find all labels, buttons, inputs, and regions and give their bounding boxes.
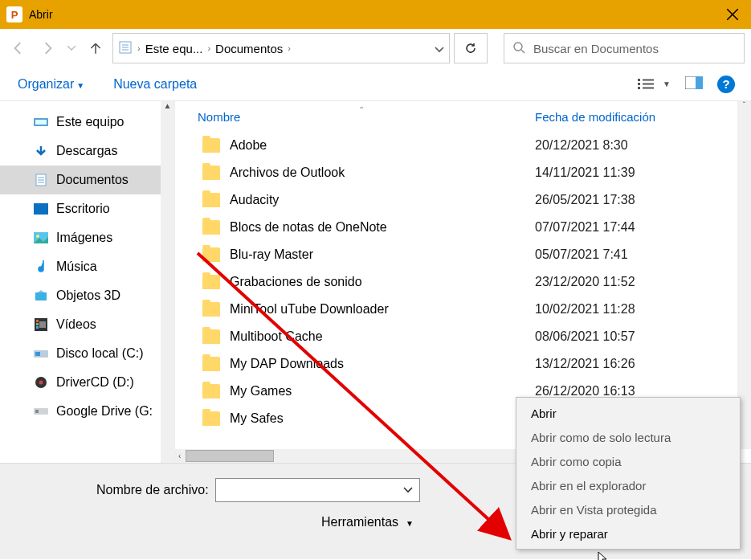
svg-rect-36: [35, 410, 39, 413]
tree-item-icon: [34, 174, 48, 186]
sort-asc-icon: ⌃: [358, 105, 365, 114]
file-row[interactable]: Blu-ray Master05/07/2021 7:41: [182, 241, 751, 268]
file-row[interactable]: Archivos de Outlook14/11/2021 11:39: [182, 159, 751, 186]
file-row[interactable]: Audacity26/05/2021 17:38: [182, 186, 751, 214]
svg-point-24: [36, 235, 39, 238]
open-dropdown-menu: AbrirAbrir como de solo lecturaAbrir com…: [516, 397, 741, 550]
svg-rect-10: [638, 87, 640, 89]
tree-item[interactable]: DriverCD (D:): [0, 368, 174, 397]
folder-icon: [202, 302, 220, 317]
folder-icon: [202, 329, 220, 344]
tree-item-icon: [34, 232, 48, 243]
tree-item-icon: [34, 203, 48, 215]
col-name[interactable]: ⌃ Nombre: [182, 110, 535, 124]
breadcrumb-seg[interactable]: Este equ...: [145, 42, 203, 55]
chevron-right-icon: ›: [136, 43, 142, 53]
folder-icon: [202, 384, 220, 399]
menu-item[interactable]: Abrir: [516, 401, 740, 425]
file-date: 07/07/2021 17:44: [535, 220, 635, 235]
menu-item[interactable]: Abrir en el explorador: [516, 473, 740, 497]
tree-item[interactable]: Este equipo: [0, 108, 174, 137]
tree-item[interactable]: Descargas: [0, 137, 174, 166]
recent-dropdown[interactable]: [64, 36, 79, 60]
tree-item-icon: [34, 260, 48, 274]
svg-rect-9: [638, 83, 640, 85]
tools-button[interactable]: Herramientas ▼: [321, 515, 414, 529]
svg-rect-32: [35, 352, 40, 356]
svg-rect-29: [36, 326, 39, 329]
folder-icon: [202, 220, 220, 235]
svg-rect-22: [34, 203, 48, 215]
svg-rect-25: [35, 292, 47, 300]
preview-pane-button[interactable]: [685, 76, 703, 92]
tree-item[interactable]: Disco local (C:): [0, 339, 174, 368]
svg-point-6: [514, 43, 522, 51]
column-headers: ⌃ Nombre Fecha de modificación: [182, 101, 751, 132]
svg-rect-27: [36, 320, 39, 322]
tree-item[interactable]: Vídeos: [0, 310, 174, 339]
file-name: Archivos de Outlook: [230, 166, 535, 180]
folder-icon: [202, 166, 220, 180]
tree-item[interactable]: Documentos: [0, 166, 174, 194]
back-button[interactable]: [6, 36, 31, 60]
refresh-button[interactable]: [454, 33, 488, 63]
tree-item[interactable]: Imágenes: [0, 223, 174, 252]
folder-icon: [202, 411, 220, 426]
help-button[interactable]: ?: [717, 76, 735, 93]
chevron-right-icon: ›: [286, 43, 292, 53]
up-button[interactable]: [84, 36, 108, 60]
file-row[interactable]: Blocs de notas de OneNote07/07/2021 17:4…: [182, 214, 751, 241]
tree-item-label: Documentos: [56, 173, 129, 187]
tree-item-icon: [34, 116, 48, 128]
breadcrumb-seg[interactable]: Documentos: [215, 42, 283, 55]
folder-icon: [202, 138, 220, 153]
file-row[interactable]: Multiboot Cache08/06/2021 10:57: [182, 323, 751, 350]
tree-item-icon: [34, 407, 48, 416]
file-row[interactable]: My DAP Downloads13/12/2021 16:26: [182, 350, 751, 378]
folder-icon: [202, 247, 220, 262]
chevron-down-icon: [403, 487, 413, 493]
view-button[interactable]: ▼: [638, 78, 671, 91]
window-title: Abrir: [29, 8, 53, 21]
breadcrumb[interactable]: › Este equ... › Documentos ›: [112, 33, 450, 63]
forward-button[interactable]: [35, 36, 59, 60]
menu-item[interactable]: Abrir en Vista protegida: [516, 497, 740, 521]
tree-item[interactable]: Objetos 3D: [0, 281, 174, 310]
file-date: 26/05/2021 17:38: [535, 193, 635, 207]
file-name: Multiboot Cache: [230, 329, 535, 344]
tree-item-icon: [34, 376, 48, 389]
tree-item[interactable]: Música: [0, 252, 174, 281]
file-name: My Games: [230, 384, 535, 399]
breadcrumb-dropdown[interactable]: [435, 42, 444, 55]
file-name: Grabaciones de sonido: [230, 275, 535, 289]
menu-item[interactable]: Abrir como de solo lectura: [516, 425, 740, 449]
nav-row: › Este equ... › Documentos › Buscar en D…: [0, 29, 751, 67]
file-row[interactable]: Grabaciones de sonido23/12/2020 11:52: [182, 268, 751, 296]
file-row[interactable]: MiniTool uTube Downloader10/02/2021 11:2…: [182, 296, 751, 323]
menu-item[interactable]: Abrir como copia: [516, 449, 740, 473]
new-folder-button[interactable]: Nueva carpeta: [113, 77, 197, 92]
folder-icon: [202, 275, 220, 289]
chevron-right-icon: ›: [206, 43, 212, 53]
close-button[interactable]: [714, 0, 751, 29]
svg-rect-15: [696, 76, 703, 89]
folder-icon: [202, 193, 220, 207]
tree-item[interactable]: Escritorio: [0, 194, 174, 223]
file-date: 08/06/2021 10:57: [535, 329, 635, 344]
tree-scrollbar[interactable]: ▲: [161, 101, 174, 463]
svg-rect-8: [638, 79, 640, 81]
search-input[interactable]: Buscar en Documentos: [504, 33, 745, 63]
tree-item[interactable]: Google Drive (G:: [0, 397, 174, 426]
tree-item-label: DriverCD (D:): [56, 375, 134, 390]
col-date[interactable]: Fecha de modificación: [535, 110, 737, 124]
tree-item-icon: [34, 318, 48, 331]
filename-input[interactable]: [215, 478, 420, 502]
organize-button[interactable]: Organizar▼: [18, 77, 84, 92]
search-placeholder: Buscar en Documentos: [533, 42, 659, 55]
nav-tree: Este equipoDescargasDocumentosEscritorio…: [0, 101, 175, 463]
file-name: Adobe: [230, 138, 535, 153]
menu-item[interactable]: Abrir y reparar: [516, 521, 740, 546]
file-row[interactable]: Adobe20/12/2021 8:30: [182, 132, 751, 159]
toolbar: Organizar▼ Nueva carpeta ▼ ?: [0, 67, 751, 101]
file-name: MiniTool uTube Downloader: [230, 302, 535, 317]
